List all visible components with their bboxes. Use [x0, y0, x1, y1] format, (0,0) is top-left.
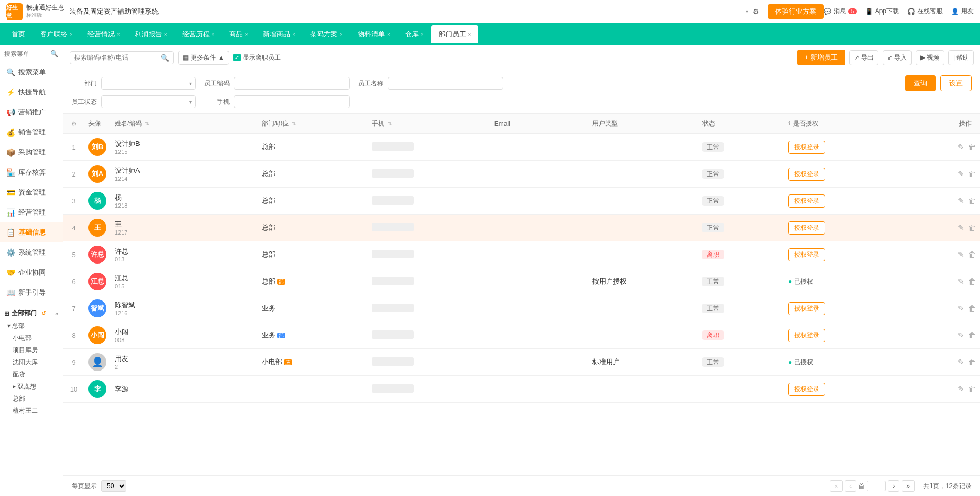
online-service-action[interactable]: 🎧 在线客服	[907, 7, 943, 16]
edit-icon[interactable]: ✎	[958, 304, 964, 313]
page-input[interactable]: 1	[867, 481, 886, 491]
export-btn[interactable]: ↗ 导出	[849, 50, 878, 65]
sidebar-item[interactable]: 📦采购管理	[0, 142, 63, 162]
nav-tab[interactable]: 条码方案×	[303, 25, 350, 43]
nav-tab[interactable]: 利润报告×	[127, 25, 175, 43]
delete-icon[interactable]: 🗑	[968, 223, 976, 232]
next-page-btn[interactable]: ›	[888, 480, 899, 492]
help-btn[interactable]: | 帮助	[948, 50, 974, 65]
dept-node[interactable]: 总部	[4, 393, 58, 405]
edit-icon[interactable]: ✎	[958, 170, 964, 178]
set-btn[interactable]: 设置	[940, 75, 972, 91]
dept-node[interactable]: 小电部	[4, 332, 58, 344]
delete-icon[interactable]: 🗑	[968, 197, 976, 205]
sidebar-item[interactable]: 📖新手引导	[0, 283, 63, 303]
edit-icon[interactable]: ✎	[958, 358, 964, 366]
message-action[interactable]: 💬 消息 5	[824, 7, 857, 16]
dept-select[interactable]	[101, 77, 196, 90]
view-btn[interactable]: ▶ 视频	[916, 50, 944, 65]
nav-tab[interactable]: 商品×	[222, 25, 255, 43]
delete-icon[interactable]: 🗑	[968, 250, 976, 259]
edit-icon[interactable]: ✎	[958, 197, 964, 205]
auth-btn[interactable]: 授权登录	[788, 383, 825, 396]
phone-sort-icon[interactable]: ⇅	[388, 121, 392, 127]
auth-btn[interactable]: 授权登录	[788, 141, 825, 154]
phone-input[interactable]	[234, 95, 350, 108]
dept-node[interactable]: 配货	[4, 368, 58, 381]
delete-icon[interactable]: 🗑	[968, 358, 976, 366]
edit-icon[interactable]: ✎	[958, 385, 964, 393]
add-employee-btn[interactable]: + 新增员工	[797, 50, 845, 65]
nav-tab[interactable]: 经营历程×	[175, 25, 222, 43]
search-input[interactable]	[74, 54, 159, 61]
delete-icon[interactable]: 🗑	[968, 331, 976, 339]
first-page-btn[interactable]: «	[830, 480, 843, 492]
auth-btn[interactable]: 授权登录	[788, 194, 825, 208]
th-settings[interactable]: ⚙	[63, 114, 84, 134]
delete-icon[interactable]: 🗑	[968, 143, 976, 151]
close-tab-icon[interactable]: ×	[164, 32, 167, 37]
gear-icon[interactable]: ⚙	[753, 7, 759, 16]
system-dropdown-arrow[interactable]: ▾	[746, 8, 748, 14]
nav-tab[interactable]: 部门员工×	[431, 25, 479, 43]
empcode-input[interactable]	[234, 77, 350, 90]
sidebar-item[interactable]: ⚡快捷导航	[0, 82, 63, 102]
sidebar-item[interactable]: 📊经营管理	[0, 202, 63, 222]
dept-refresh-icon[interactable]: ↺	[41, 310, 46, 317]
edit-icon[interactable]: ✎	[958, 277, 964, 286]
sidebar-item[interactable]: 💰销售管理	[0, 122, 63, 142]
sidebar-item[interactable]: 🔍搜索菜单	[0, 62, 63, 82]
sidebar-search-input[interactable]	[4, 50, 48, 57]
nav-tab[interactable]: 新增商品×	[255, 25, 303, 43]
nav-tab[interactable]: 首页	[4, 25, 33, 43]
delete-icon[interactable]: 🗑	[968, 385, 976, 393]
sidebar-item[interactable]: 🏪库存核算	[0, 162, 63, 182]
close-tab-icon[interactable]: ×	[245, 32, 248, 37]
empstatus-select-wrap[interactable]	[101, 95, 196, 108]
edit-icon[interactable]: ✎	[958, 223, 964, 232]
empname-input[interactable]	[388, 77, 503, 90]
close-tab-icon[interactable]: ×	[117, 32, 120, 37]
dept-node[interactable]: 沈阳大库	[4, 356, 58, 368]
last-page-btn[interactable]: »	[902, 480, 915, 492]
close-tab-icon[interactable]: ×	[421, 32, 424, 37]
nav-tab[interactable]: 经营情况×	[80, 25, 127, 43]
close-tab-icon[interactable]: ×	[70, 32, 73, 37]
close-tab-icon[interactable]: ×	[468, 32, 471, 37]
nav-tab[interactable]: 客户联络×	[33, 25, 80, 43]
nav-tab[interactable]: 仓库×	[398, 25, 431, 43]
user-action[interactable]: 👤 用友	[951, 7, 974, 16]
empstatus-select[interactable]	[101, 95, 196, 108]
auth-btn-resigned[interactable]: 授权登录	[788, 248, 825, 261]
close-tab-icon[interactable]: ×	[292, 32, 295, 37]
sidebar-item[interactable]: 📋基础信息	[0, 222, 63, 242]
dept-node[interactable]: 植村王二	[4, 405, 58, 417]
show-resigned-toggle[interactable]: ✓ 显示离职员工	[233, 53, 281, 62]
edit-icon[interactable]: ✎	[958, 143, 964, 151]
close-tab-icon[interactable]: ×	[387, 32, 390, 37]
page-size-select[interactable]: 50	[101, 480, 126, 492]
search-box[interactable]: 🔍	[70, 51, 174, 64]
dept-collapse-icon[interactable]: «	[55, 310, 58, 317]
sidebar-item[interactable]: ⚙️系统管理	[0, 242, 63, 262]
auth-btn[interactable]: 授权登录	[788, 168, 825, 181]
edit-icon[interactable]: ✎	[958, 331, 964, 339]
sidebar-item[interactable]: 📢营销推广	[0, 102, 63, 122]
auth-btn[interactable]: 授权登录	[788, 221, 825, 235]
sidebar-item[interactable]: 🤝企业协同	[0, 262, 63, 283]
close-tab-icon[interactable]: ×	[340, 32, 343, 37]
delete-icon[interactable]: 🗑	[968, 277, 976, 286]
edit-icon[interactable]: ✎	[958, 250, 964, 259]
dept-node[interactable]: ▸ 双鹿想	[4, 381, 58, 393]
sidebar-item[interactable]: 💳资金管理	[0, 182, 63, 202]
dept-select-wrap[interactable]	[101, 77, 196, 90]
auth-btn[interactable]: 授权登录	[788, 302, 825, 315]
dept-node[interactable]: ▾ 总部	[4, 320, 58, 332]
dept-node[interactable]: 项目库房	[4, 344, 58, 356]
import-btn[interactable]: ↙ 导入	[883, 50, 912, 65]
app-download-action[interactable]: 📱 App下载	[865, 7, 899, 16]
nav-tab[interactable]: 物料清单×	[350, 25, 398, 43]
more-filter-btn[interactable]: ▦ 更多条件 ▲	[178, 51, 229, 65]
close-tab-icon[interactable]: ×	[212, 32, 215, 37]
auth-btn[interactable]: 授权登录	[788, 329, 825, 342]
